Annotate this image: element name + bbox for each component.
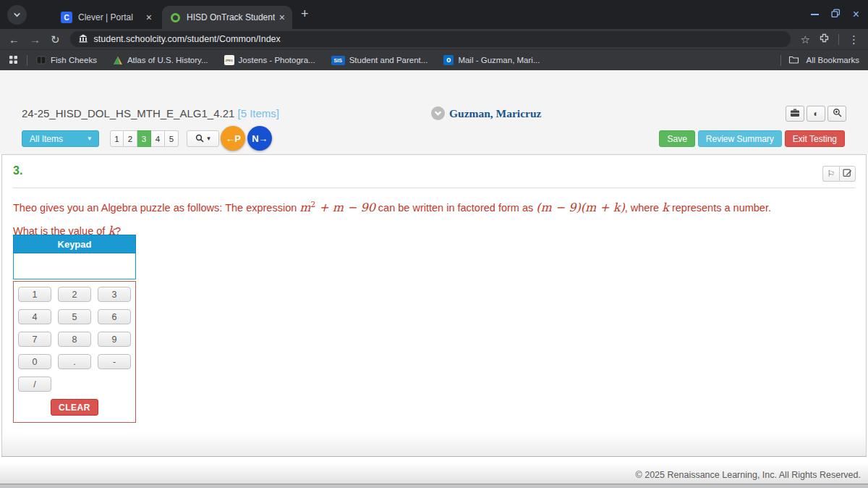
folder-icon (788, 55, 799, 65)
page-footer: © 2025 Renaissance Learning, Inc. All Ri… (0, 463, 868, 484)
caret-down-icon: ▾ (88, 135, 91, 142)
edit-note-icon (843, 168, 852, 180)
keypad-keys: 1 2 3 4 5 6 7 8 9 0 . - (13, 281, 136, 423)
address-bar[interactable]: student.schoolcity.com/student/Common/In… (70, 31, 791, 47)
key-1[interactable]: 1 (18, 287, 51, 302)
restore-window-icon[interactable] (831, 8, 841, 21)
briefcase-icon (790, 109, 800, 119)
bookmarks-separator (780, 55, 781, 66)
outlook-icon: o (443, 55, 454, 65)
key-slash[interactable]: / (18, 376, 51, 392)
avatar (431, 106, 445, 120)
test-actions: Save Review Summary Exit Testing (659, 130, 845, 147)
key-4[interactable]: 4 (18, 309, 51, 324)
bookmark-label: Fish Cheeks (51, 56, 97, 64)
new-tab-button[interactable]: + (301, 7, 309, 22)
bookmark-atlas[interactable]: Atlas of U.S. History... (113, 56, 208, 65)
student-menu[interactable]: Guzman, Maricruz (431, 106, 541, 120)
next-item-button[interactable]: N→ (247, 126, 272, 151)
close-window-icon[interactable]: × (853, 9, 859, 20)
zoom-button[interactable] (827, 106, 846, 122)
all-bookmarks-label: All Bookmarks (807, 56, 860, 64)
key-5[interactable]: 5 (58, 309, 91, 324)
window-controls: × (811, 8, 859, 21)
bookmark-label: Jostens - Photogra... (239, 56, 315, 64)
forward-icon[interactable]: → (30, 34, 41, 45)
bookmark-fish-cheeks[interactable]: Fish Cheeks (36, 55, 97, 65)
flag-item-button[interactable]: ⚐ (822, 166, 839, 182)
bookmarks-separator (27, 55, 27, 66)
chevron-down-icon (13, 9, 21, 22)
close-tab-icon[interactable]: × (279, 12, 285, 22)
bookmark-star-icon[interactable]: ☆ (801, 34, 810, 45)
answer-keypad: Keypad 1 2 3 4 5 6 7 8 9 (13, 235, 136, 423)
notes-button[interactable] (839, 166, 856, 182)
math-expression: (m − 9)(m + k) (536, 201, 624, 214)
question-text-segment: represents a number. (669, 202, 771, 214)
bookmark-mail[interactable]: o Mail - Guzman, Mari... (443, 55, 540, 65)
contrast-button[interactable]: ◐ (807, 106, 825, 122)
exit-testing-button[interactable]: Exit Testing (785, 130, 845, 147)
question-tools: ⚐ (822, 166, 856, 182)
key-decimal[interactable]: . (58, 354, 91, 369)
key-6[interactable]: 6 (98, 309, 131, 324)
ontrack-favicon-icon (169, 12, 181, 23)
test-title-text: 24-25_HISD_DOL_HS_MTH_E_ALG1_4.21 (22, 107, 234, 119)
toolkit-button[interactable] (786, 106, 804, 122)
close-tab-icon[interactable]: × (146, 12, 152, 22)
site-info-icon[interactable] (79, 34, 88, 45)
url-text: student.schoolcity.com/student/Common/In… (94, 34, 281, 44)
math-expression: m (299, 201, 310, 214)
page-button-4[interactable]: 4 (151, 130, 165, 147)
key-7[interactable]: 7 (18, 332, 51, 347)
question-text-segment: , where (625, 202, 663, 214)
copyright-text: © 2025 Renaissance Learning, Inc. All Ri… (636, 470, 861, 480)
bookmark-label: Student and Parent... (349, 56, 428, 64)
browser-menu-icon[interactable]: ⋮ (848, 34, 859, 45)
question-text: Theo gives you an Algebra puzzle as foll… (13, 200, 771, 214)
key-2[interactable]: 2 (58, 287, 91, 302)
all-bookmarks[interactable]: All Bookmarks (780, 55, 860, 66)
back-icon[interactable]: ← (9, 34, 20, 45)
browser-window: C Clever | Portal × HISD OnTrack Student… (0, 0, 868, 488)
math-expression: k (662, 201, 669, 214)
tab-clever-portal[interactable]: C Clever | Portal × (54, 6, 159, 29)
items-count: [5 Items] (238, 107, 280, 119)
divider (13, 188, 855, 188)
apps-grid-icon[interactable] (9, 55, 18, 66)
page-button-3-active[interactable]: 3 (137, 130, 151, 147)
page-button-5[interactable]: 5 (165, 130, 179, 147)
jpeg-file-icon: JPEG (224, 55, 234, 65)
answer-display-field[interactable] (13, 253, 136, 279)
test-header: 24-25_HISD_DOL_HS_MTH_E_ALG1_4.21 [5 Ite… (0, 70, 868, 154)
page-button-2[interactable]: 2 (124, 130, 137, 147)
question-text-segment: can be written in factored form as (375, 202, 536, 214)
extensions-icon[interactable] (820, 33, 829, 46)
minimize-icon[interactable] (811, 14, 819, 15)
question-number: 3. (13, 164, 22, 177)
item-filter-dropdown[interactable]: All Items ▾ (22, 130, 99, 147)
previous-item-button[interactable]: ←P (221, 126, 245, 151)
key-3[interactable]: 3 (98, 287, 131, 302)
tab-search-button[interactable] (7, 5, 27, 25)
magnifier-dropdown[interactable]: ▾ (187, 130, 219, 147)
triangle-logo-icon (113, 56, 123, 65)
bookmarks-bar: Fish Cheeks Atlas of U.S. History... JPE… (0, 49, 868, 70)
toolbar-actions: ☆ ⋮ (801, 33, 859, 46)
test-title: 24-25_HISD_DOL_HS_MTH_E_ALG1_4.21 [5 Ite… (22, 107, 279, 119)
reload-icon[interactable]: ↻ (51, 34, 60, 45)
clear-button[interactable]: CLEAR (51, 399, 98, 416)
key-9[interactable]: 9 (98, 332, 131, 347)
bookmark-jostens[interactable]: JPEG Jostens - Photogra... (224, 55, 315, 65)
browser-toolbar: ← → ↻ student.schoolcity.com/student/Com… (0, 29, 868, 49)
save-button[interactable]: Save (659, 130, 694, 147)
bookmark-sis[interactable]: SIS Student and Parent... (331, 56, 428, 65)
book-icon (36, 55, 46, 65)
key-8[interactable]: 8 (58, 332, 91, 347)
key-0[interactable]: 0 (18, 354, 51, 369)
page-button-1[interactable]: 1 (110, 130, 124, 147)
question-text-segment: Theo gives you an Algebra puzzle as foll… (13, 202, 299, 214)
review-summary-button[interactable]: Review Summary (698, 130, 782, 147)
tab-hisd-ontrack[interactable]: HISD OnTrack Student | Renais × (162, 6, 292, 29)
key-minus[interactable]: - (98, 354, 131, 369)
